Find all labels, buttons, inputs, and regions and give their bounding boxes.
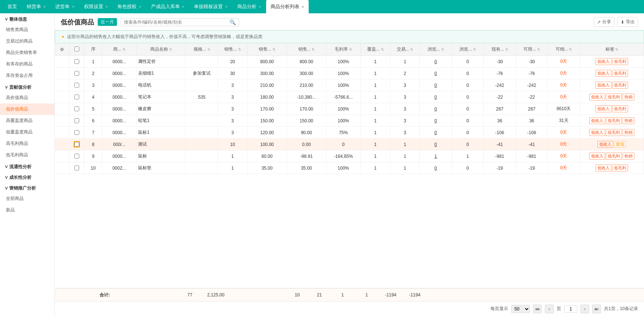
cell-r0-c14: -30 (484, 56, 516, 68)
row-checkbox-5[interactable] (74, 118, 79, 123)
cell-r0-c7: 800.00 (247, 56, 286, 68)
nav-close-产成品入库单[interactable]: × (182, 4, 184, 9)
sidebar-group-∨ 营销推广分析[interactable]: ∨ 营销推广分析 (0, 182, 54, 193)
cell-r4-c17: 低收入低毛利 (580, 103, 644, 115)
row-checkbox-9[interactable] (74, 166, 79, 170)
row-checkbox-6[interactable] (74, 130, 79, 135)
nav-item-商品分析[interactable]: 商品分析× (233, 0, 265, 13)
sidebar-item-低价值商品[interactable]: 低价值商品 (0, 103, 54, 115)
table-row: 70000...鼠标13120.0090.0075%1300-106-1060天… (55, 127, 644, 139)
col-header-13[interactable]: 浏览... ⇅ (452, 43, 483, 56)
col-header-7[interactable]: 销售... ⇅ (247, 43, 286, 56)
cell-r6-c9: 75% (326, 127, 360, 139)
nav-item-首页[interactable]: 首页 (3, 0, 21, 13)
col-header-14[interactable]: 现有... ⇅ (484, 43, 516, 56)
row-checkbox-3[interactable] (74, 95, 79, 99)
nav-close-单据模板设置[interactable]: × (225, 4, 227, 9)
row-checkbox-1[interactable] (74, 71, 79, 76)
per-page-select[interactable]: 50 100 (511, 305, 530, 313)
browse-link[interactable]: 1 (435, 154, 437, 159)
nav-close-进货单[interactable]: × (72, 4, 74, 9)
sidebar-item-有库存的商品[interactable]: 有库存的商品 (0, 58, 54, 70)
col-header-12[interactable]: 浏览... ⇅ (420, 43, 452, 56)
sidebar-item-销售类商品[interactable]: 销售类商品 (0, 24, 54, 35)
cell-r1-c15: -76 (516, 68, 547, 79)
browse-link[interactable]: 0 (435, 71, 437, 76)
cell-r4-c12: 0 (420, 103, 452, 115)
share-button[interactable]: ↗ 分享 (594, 17, 614, 27)
row-checkbox-7[interactable] (74, 142, 79, 147)
browse-link[interactable]: 0 (435, 95, 437, 100)
sidebar-group-∨ 成长性分析[interactable]: ∨ 成长性分析 (0, 171, 54, 182)
col-header-8[interactable]: 销售... ⇅ (287, 43, 326, 56)
sidebar-item-高毛利商品[interactable]: 高毛利商品 (0, 138, 54, 149)
search-icon: 🔍 (229, 19, 236, 25)
cell-r5-c8: 150.00 (287, 115, 326, 127)
cell-r3-c2: 4 (84, 91, 102, 103)
sidebar-item-交易过的商品[interactable]: 交易过的商品 (0, 35, 54, 47)
col-header-6[interactable]: 销售... ⇅ (218, 43, 247, 56)
cell-r1-c1 (70, 68, 84, 79)
row-checkbox-0[interactable] (74, 59, 79, 64)
nav-close-角色授权[interactable]: × (139, 4, 141, 9)
nav-item-权限设置[interactable]: 权限设置× (80, 0, 112, 13)
browse-link[interactable]: 0 (435, 106, 437, 112)
nav-close-权限设置[interactable]: × (105, 4, 108, 9)
next-page-button[interactable]: › (580, 305, 589, 313)
sidebar-item-低覆盖度商品[interactable]: 低覆盖度商品 (0, 126, 54, 138)
col-header-9[interactable]: 毛利率 ⇅ (326, 43, 360, 56)
data-table-wrapper: ⚙序商... ⇅商品名称 ⇅规格... ⇅销售... ⇅销售... ⇅销售...… (55, 43, 644, 288)
prev-page-button[interactable]: ‹ (545, 305, 554, 313)
sidebar-group-∨ 流通性分析[interactable]: ∨ 流通性分析 (0, 161, 54, 171)
nav-item-销货单[interactable]: 销货单× (22, 0, 50, 13)
col-header-5[interactable]: 规格... ⇅ (186, 43, 218, 56)
nav-close-商品分析列表[interactable]: × (302, 4, 304, 9)
last-page-button[interactable]: ⏭ (592, 305, 601, 313)
nav-item-产成品入库单[interactable]: 产成品入库单× (147, 0, 189, 13)
search-input[interactable] (124, 20, 228, 25)
nav-item-商品分析列表[interactable]: 商品分析列表× (266, 0, 308, 13)
export-button[interactable]: ⬇ 导出 (617, 17, 638, 27)
sidebar-item-全部商品[interactable]: 全部商品 (0, 193, 54, 204)
sidebar-item-新品[interactable]: 新品 (0, 204, 54, 216)
cell-r8-c11: 1 (390, 150, 420, 162)
browse-link[interactable]: 0 (435, 130, 437, 135)
col-header-4[interactable]: 商品名称 ⇅ (137, 43, 186, 56)
table-row: 90000...鼠标160.00-98.91-164.85%1111-981-9… (55, 150, 644, 162)
sidebar-item-高价值商品[interactable]: 高价值商品 (0, 92, 54, 103)
select-all-checkbox[interactable] (74, 47, 79, 51)
cell-r1-c6: 30 (218, 68, 247, 79)
sidebar-item-高覆盖度商品[interactable]: 高覆盖度商品 (0, 115, 54, 126)
page-input[interactable] (564, 305, 577, 313)
cell-r9-c2: 10 (84, 162, 102, 174)
cell-r2-c2: 3 (84, 79, 102, 91)
row-checkbox-8[interactable] (74, 154, 79, 159)
row-checkbox-2[interactable] (74, 83, 79, 88)
date-badge[interactable]: 近一月 (98, 18, 117, 26)
sidebar-item-商品分类销售率[interactable]: 商品分类销售率 (0, 47, 54, 58)
nav-item-进货单[interactable]: 进货单× (51, 0, 78, 13)
row-checkbox-4[interactable] (74, 106, 79, 111)
sidebar-group-∨ 整体信息[interactable]: ∨ 整体信息 (0, 13, 54, 24)
col-header-15[interactable]: 可用... ⇅ (516, 43, 547, 56)
sidebar-item-低毛利商品[interactable]: 低毛利商品 (0, 149, 54, 161)
sidebar-item-库存资金占用[interactable]: 库存资金占用 (0, 70, 54, 81)
col-header-11[interactable]: 交易... ⇅ (390, 43, 420, 56)
nav-item-角色授权[interactable]: 角色授权× (113, 0, 145, 13)
nav-close-销货单[interactable]: × (43, 4, 46, 9)
browse-link[interactable]: 0 (435, 118, 437, 123)
col-header-3[interactable]: 商... ⇅ (102, 43, 137, 56)
cell-r5-c7: 150.00 (247, 115, 286, 127)
browse-link[interactable]: 0 (435, 142, 437, 147)
col-header-17[interactable]: 标签 ⇅ (580, 43, 644, 56)
sidebar-group-∨ 贡献值分析[interactable]: ∨ 贡献值分析 (0, 81, 54, 92)
sort-icon-14: ⇅ (504, 47, 508, 51)
col-header-10[interactable]: 覆盖... ⇅ (360, 43, 390, 56)
nav-close-商品分析[interactable]: × (259, 4, 261, 9)
browse-link[interactable]: 0 (435, 166, 437, 171)
nav-item-单据模板设置[interactable]: 单据模板设置× (189, 0, 232, 13)
browse-link[interactable]: 0 (435, 83, 437, 88)
first-page-button[interactable]: ⏮ (533, 305, 542, 313)
browse-link[interactable]: 0 (435, 59, 437, 64)
col-header-16[interactable]: 可销... ⇅ (548, 43, 580, 56)
